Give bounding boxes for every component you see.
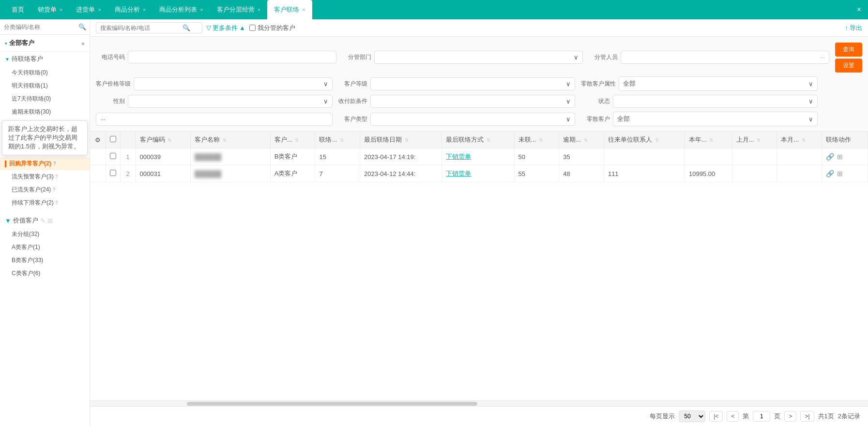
tree-item-today[interactable]: 今天待联络(0) (0, 66, 90, 79)
dept-chevron-icon: ∨ (574, 54, 579, 61)
tree-item-7days[interactable]: 近7天待联络(0) (0, 92, 90, 105)
first-page-button[interactable]: |< (709, 411, 723, 422)
close-all-button[interactable]: × (857, 5, 861, 14)
last-page-button[interactable]: >| (800, 411, 814, 422)
more-conditions-button[interactable]: ▽ 更多条件 ▲ (206, 24, 245, 32)
sort-last-month-icon: ⇅ (757, 137, 761, 143)
close-goods-analysis-icon[interactable]: × (143, 7, 146, 13)
table-contact-col[interactable]: 联络... ⇅ (315, 132, 360, 148)
more-select[interactable]: ··· (96, 113, 333, 126)
manager-dots-icon: ··· (820, 54, 825, 61)
scrollbar-thumb[interactable] (187, 402, 477, 406)
phone-input[interactable] (128, 51, 336, 63)
close-customer-contact-icon[interactable]: × (302, 7, 305, 13)
close-sales-icon[interactable]: × (60, 7, 62, 13)
table-overdue-col[interactable]: 逾期... ⇅ (559, 132, 604, 148)
payment-select[interactable]: ∨ (370, 95, 575, 108)
advanced-filter-section: 电话号码 分管部门 ∨ 分管人员 ··· 查询 设置 (90, 37, 868, 132)
retail-customer-select[interactable]: 全部 ∨ (613, 112, 818, 126)
close-goods-list-icon[interactable]: × (200, 7, 203, 13)
payment-chevron-icon: ∨ (566, 98, 571, 105)
sidebar-collapse-icon[interactable]: » (81, 40, 85, 47)
table-settings-col[interactable]: ⚙ (90, 132, 106, 148)
tree-item-tomorrow[interactable]: 明天待联络(1) (0, 79, 90, 92)
table-last-method-col[interactable]: 最后联络方式 ⇅ (442, 132, 514, 148)
row2-overdue: 48 (559, 165, 604, 182)
row2-contact: 7 (315, 165, 360, 182)
price-level-select[interactable]: ∨ (134, 77, 333, 90)
table-last-date-col[interactable]: 最后联络日期 ⇅ (360, 132, 442, 148)
row2-unit-contact: 111 (604, 165, 685, 182)
row1-checkbox-cell (106, 148, 120, 165)
my-customers-checkbox[interactable] (249, 25, 256, 31)
customer-type-select[interactable]: ∨ (370, 113, 575, 126)
dept-select[interactable]: ∨ (374, 51, 583, 64)
price-level-label: 客户价格等级 (96, 80, 131, 88)
nav-item-customer-segment[interactable]: 客户分层经营 × (210, 0, 267, 19)
sidebar-search-icon[interactable]: 🔍 (78, 23, 86, 30)
row2-grid-icon[interactable]: ⊞ (837, 170, 843, 177)
sort-this-month-icon: ⇅ (802, 137, 806, 143)
tree-item-c-class[interactable]: C类客户(6) (0, 267, 90, 280)
table-code-col[interactable]: 客户编码 ⇅ (136, 132, 190, 148)
prev-page-button[interactable]: < (727, 411, 739, 422)
row2-checkbox[interactable] (110, 170, 116, 176)
close-customer-segment-icon[interactable]: × (258, 7, 260, 13)
search-input[interactable] (100, 25, 183, 31)
horizontal-scrollbar[interactable] (90, 400, 868, 406)
table-this-month-col[interactable]: 本月... ⇅ (777, 132, 822, 148)
nav-item-customer-contact[interactable]: 客户联络 × (267, 0, 312, 19)
tree-item-b-class[interactable]: B类客户(33) (0, 254, 90, 267)
customer-level-select[interactable]: ∨ (370, 77, 575, 90)
sidebar-search-input[interactable] (4, 24, 76, 30)
row1-uncontacted: 50 (514, 148, 559, 165)
tree-item-abnormal[interactable]: 回购异常客户(2) ? (0, 157, 90, 170)
close-purchase-icon[interactable]: × (98, 7, 101, 13)
nav-item-goods-list[interactable]: 商品分析列表 × (152, 0, 210, 19)
row1-checkbox[interactable] (110, 153, 116, 159)
row2-action: 🔗 ⊞ (822, 165, 868, 182)
tree-group-pending-header[interactable]: ▼ 待联络客户 (0, 52, 90, 66)
row1-link-icon[interactable]: 🔗 (826, 153, 834, 161)
search-icon[interactable]: 🔍 (183, 24, 190, 31)
tree-item-ungroup[interactable]: 未分组(32) (0, 228, 90, 241)
row2-last-method: 下销货单 (442, 165, 514, 182)
table-unit-contact-col[interactable]: 往来单位联系人 ⇅ (604, 132, 685, 148)
nav-item-goods-analysis[interactable]: 商品分析 × (108, 0, 152, 19)
manager-select[interactable]: ··· (621, 51, 829, 64)
page-number-input[interactable] (753, 411, 770, 422)
tooltip-box: 距客户上次交易时长，超过了此客户的平均交易周期的1.5倍，则视为异常。 (2, 120, 88, 155)
row1-overdue: 35 (559, 148, 604, 165)
value-customers-add-icon[interactable]: ⊞ (47, 217, 53, 224)
row1-grid-icon[interactable]: ⊞ (837, 153, 843, 161)
row2-link-icon[interactable]: 🔗 (826, 170, 834, 177)
select-all-checkbox[interactable] (110, 136, 116, 142)
tree-item-churned[interactable]: 已流失客户(24) ? (0, 183, 90, 196)
status-select[interactable]: ∨ (613, 95, 818, 108)
nav-item-home[interactable]: 首页 (5, 0, 31, 19)
tree-item-churn-warn[interactable]: 流失预警客户(3) ? (0, 170, 90, 183)
table-name-col[interactable]: 客户名称 ⇅ (190, 132, 270, 148)
export-button[interactable]: ↑ 导出 (845, 24, 863, 32)
sort-code-icon: ⇅ (168, 137, 171, 143)
table-last-month-col[interactable]: 上月... ⇅ (732, 132, 777, 148)
table-uncontacted-col[interactable]: 未联... ⇅ (514, 132, 559, 148)
nav-item-sales[interactable]: 销货单 × (31, 0, 69, 19)
per-page-select[interactable]: 50 100 200 (679, 411, 705, 422)
status-label: 状态 (581, 97, 610, 105)
tree-item-overdue[interactable]: 逾期未联络(30) (0, 105, 90, 118)
query-button[interactable]: 查询 (835, 43, 862, 57)
nav-item-purchase[interactable]: 进货单 × (69, 0, 107, 19)
table-row: 2 000031 ██████ A类客户 7 2023-04-12 14:44:… (90, 165, 868, 182)
value-customers-edit-icon[interactable]: ✎ (40, 217, 46, 224)
table-this-year-col[interactable]: 本年... ⇅ (685, 132, 732, 148)
tree-item-declining[interactable]: 持续下滑客户(2) ? (0, 196, 90, 209)
retail-attr-select[interactable]: 全部 ∨ (619, 76, 818, 91)
table-level-col[interactable]: 客户... ⇅ (270, 132, 315, 148)
tree-item-a-class[interactable]: A类客户(1) (0, 241, 90, 254)
gender-select[interactable]: ∨ (128, 95, 333, 108)
sort-name-icon: ⇅ (223, 137, 227, 143)
table-row: 1 000039 ██████ B类客户 15 2023-04-17 14:19… (90, 148, 868, 165)
settings-button[interactable]: 设置 (835, 59, 862, 73)
next-page-button[interactable]: > (784, 411, 796, 422)
